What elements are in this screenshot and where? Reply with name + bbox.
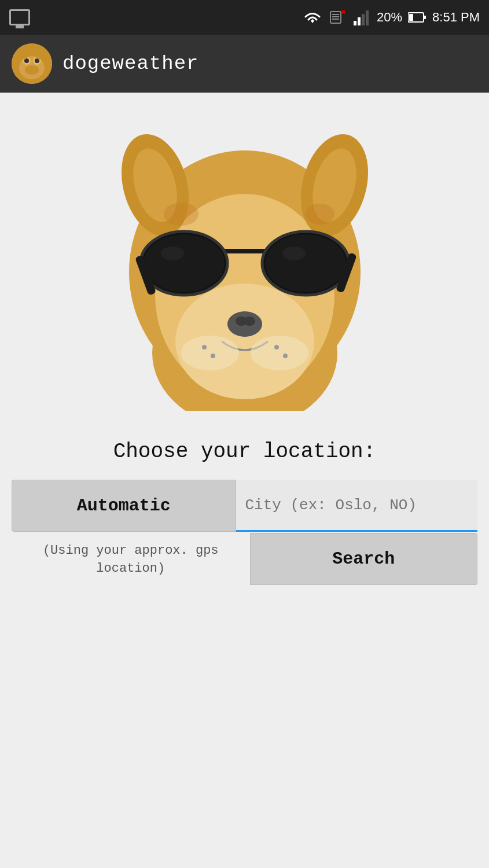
screen-icon (9, 9, 30, 25)
svg-point-42 (244, 317, 255, 326)
svg-point-18 (25, 65, 39, 75)
doge-image-container (0, 93, 489, 428)
app-title: dogeweather (62, 53, 198, 75)
status-right: ✕ 20% 8:51 PM (303, 9, 480, 25)
battery-percent: 20% (377, 10, 402, 25)
time-display: 8:51 PM (432, 10, 480, 25)
location-bottom-row: (Using your approx. gps location) Search (12, 533, 477, 587)
svg-point-50 (306, 204, 334, 225)
svg-rect-3 (332, 16, 339, 17)
location-controls: Automatic (12, 480, 477, 532)
svg-point-32 (161, 247, 184, 260)
svg-point-31 (144, 234, 225, 292)
svg-point-44 (251, 336, 308, 370)
svg-rect-5 (354, 21, 356, 25)
svg-point-47 (274, 345, 279, 350)
svg-point-48 (283, 354, 288, 358)
svg-rect-4 (332, 19, 339, 20)
svg-text:✕: ✕ (341, 9, 345, 15)
svg-point-45 (202, 345, 207, 350)
svg-point-49 (164, 203, 198, 226)
svg-rect-6 (358, 17, 361, 25)
svg-rect-10 (424, 16, 426, 19)
choose-location-label: Choose your location: (12, 440, 477, 464)
status-left (9, 9, 30, 25)
svg-rect-11 (409, 14, 413, 21)
sim-icon: ✕ (328, 9, 348, 25)
wifi-icon (303, 9, 322, 25)
app-bar: dogeweather (0, 35, 489, 93)
svg-rect-8 (366, 10, 369, 25)
location-section: Choose your location: Automatic (Using y… (0, 428, 489, 605)
city-input[interactable] (236, 480, 478, 532)
search-button[interactable]: Search (250, 533, 478, 585)
svg-point-34 (265, 234, 346, 292)
svg-point-43 (181, 336, 239, 370)
gps-note: (Using your approx. gps location) (12, 533, 250, 587)
automatic-button[interactable]: Automatic (12, 480, 236, 532)
battery-icon (408, 12, 427, 23)
doge-logo (12, 43, 52, 84)
svg-rect-7 (362, 14, 365, 25)
svg-point-46 (211, 354, 215, 358)
signal-icon (354, 9, 371, 25)
svg-rect-2 (332, 14, 339, 15)
main-content: Choose your location: Automatic (Using y… (0, 93, 489, 605)
doge-logo-svg (12, 43, 52, 84)
svg-point-35 (282, 247, 306, 260)
doge-face-svg (100, 110, 389, 411)
bottom-space (0, 605, 489, 868)
status-bar: ✕ 20% 8:51 PM (0, 0, 489, 35)
